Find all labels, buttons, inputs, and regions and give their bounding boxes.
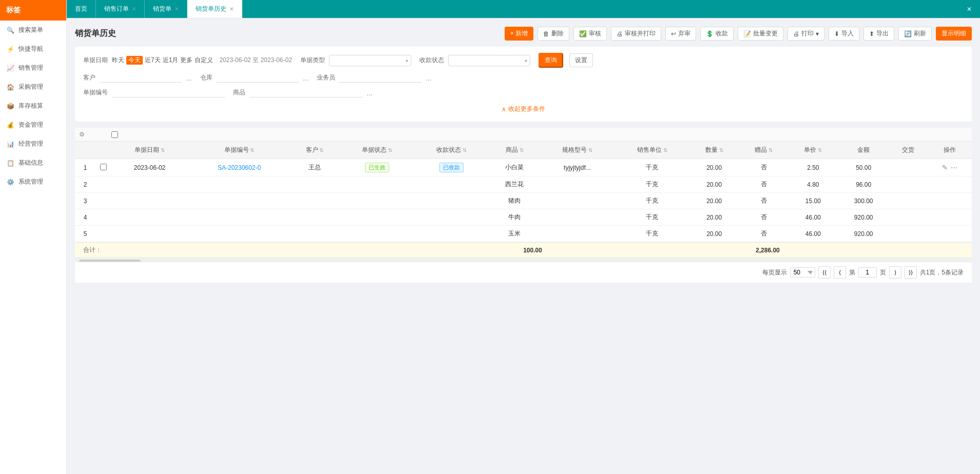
- pay-status-select[interactable]: [448, 55, 530, 66]
- cell-pay-status: [414, 209, 489, 226]
- review-print-button[interactable]: 🖨 审核并打印: [611, 27, 661, 41]
- col-price[interactable]: 单价: [789, 142, 838, 159]
- import-button[interactable]: ⬇ 导入: [829, 27, 859, 41]
- col-order-status[interactable]: 单据状态: [339, 142, 414, 159]
- pagination: 每页显示 20 50 100 ⟨⟨ ⟨ 第 页 ⟩ ⟩⟩ 共1页，5条记录: [75, 262, 972, 283]
- shortcut-custom[interactable]: 自定义: [195, 56, 213, 65]
- sidebar-item-inventory[interactable]: 📦 库存核算: [0, 96, 66, 115]
- goods-picker-icon[interactable]: ...: [367, 89, 373, 97]
- cell-unit: 千克: [614, 176, 689, 193]
- abandon-icon: ↩: [671, 30, 676, 37]
- delete-button[interactable]: 🗑 删除: [537, 27, 569, 41]
- review-print-icon: 🖨: [617, 30, 623, 37]
- filter-row-1: 单据日期 昨天 今天 近7天 近1月 更多 自定义 2023-06-02 至 2…: [83, 53, 964, 68]
- col-action: 操作: [927, 142, 972, 159]
- cell-spec: [540, 209, 615, 226]
- sidebar-item-ops-mgmt[interactable]: 📊 经营管理: [0, 134, 66, 153]
- show-detail-button[interactable]: 显示明细: [936, 27, 972, 41]
- warehouse-picker-icon[interactable]: ...: [303, 74, 309, 82]
- col-gift[interactable]: 赠品: [739, 142, 788, 159]
- shortcut-more[interactable]: 更多: [180, 56, 193, 65]
- collect-button[interactable]: 💲 收款: [700, 27, 734, 41]
- col-order-no[interactable]: 单据编号: [188, 142, 290, 159]
- sidebar-item-finance-mgmt[interactable]: 💰 资金管理: [0, 115, 66, 134]
- cell-order-no: SA-20230602-0: [188, 159, 290, 176]
- order-no-input[interactable]: [112, 88, 225, 97]
- sidebar-item-search-menu[interactable]: 🔍 搜索菜单: [0, 21, 66, 40]
- col-spec[interactable]: 规格型号: [540, 142, 615, 159]
- staff-picker-icon[interactable]: ...: [426, 74, 432, 82]
- cell-spec: [540, 176, 615, 193]
- shortcut-1month[interactable]: 近1月: [163, 56, 179, 65]
- order-no-link[interactable]: SA-20230602-0: [218, 164, 261, 171]
- horizontal-scrollbar[interactable]: [75, 258, 972, 262]
- tab-sales-order[interactable]: 销售订单 ✕: [96, 0, 145, 18]
- col-goods[interactable]: 商品: [489, 142, 540, 159]
- export-button[interactable]: ⬆ 导出: [863, 27, 894, 41]
- type-select[interactable]: [329, 55, 411, 66]
- print-button[interactable]: 🖨 打印 ▾: [787, 27, 824, 41]
- last-page-button[interactable]: ⟩⟩: [905, 266, 917, 279]
- tab-sales-goods[interactable]: 销货单 ✕: [145, 0, 187, 18]
- cell-unit: 千克: [614, 226, 689, 242]
- cell-checkbox: [95, 209, 111, 226]
- next-page-button[interactable]: ⟩: [889, 266, 901, 279]
- settings-button[interactable]: 设置: [569, 53, 593, 67]
- new-button[interactable]: + 新增: [505, 27, 533, 41]
- cell-amount: 920.00: [838, 226, 889, 242]
- toolbar: + 新增 🗑 删除 ✅ 审核 🖨 审核并打印 ↩ 弃审: [505, 27, 972, 41]
- collapse-filter[interactable]: ∧ 收起更多条件: [83, 103, 964, 115]
- first-page-button[interactable]: ⟨⟨: [818, 266, 831, 279]
- refresh-button[interactable]: 🔄 刷新: [898, 27, 932, 41]
- review-button[interactable]: ✅ 审核: [573, 27, 607, 41]
- edit-icon[interactable]: ✎: [942, 164, 948, 171]
- more-icon[interactable]: ⋯: [951, 164, 957, 171]
- query-button[interactable]: 查询: [539, 53, 563, 68]
- page-input[interactable]: [858, 267, 877, 278]
- sidebar-item-sales-mgmt[interactable]: 📈 销售管理: [0, 58, 66, 77]
- select-all-checkbox[interactable]: [111, 131, 118, 138]
- cell-order-no: [188, 193, 290, 209]
- shortcut-today[interactable]: 今天: [126, 56, 143, 65]
- goods-input[interactable]: [249, 88, 362, 97]
- col-date[interactable]: 单据日期: [111, 142, 188, 159]
- close-all-icon[interactable]: ✕: [963, 6, 976, 13]
- cell-date: [111, 193, 188, 209]
- sidebar-item-quick-nav[interactable]: ⚡ 快捷导航: [0, 40, 66, 58]
- sidebar-item-sys-mgmt[interactable]: ⚙️ 系统管理: [0, 172, 66, 191]
- sidebar-item-basic-info[interactable]: 📋 基础信息: [0, 153, 66, 172]
- table-settings-icon[interactable]: ⚙: [79, 131, 85, 138]
- tab-home[interactable]: 首页: [67, 0, 96, 18]
- col-pay-status[interactable]: 收款状态: [414, 142, 489, 159]
- cell-action: [927, 176, 972, 193]
- prev-page-button[interactable]: ⟨: [834, 266, 846, 279]
- total-label: 共1页，5条记录: [920, 268, 964, 277]
- shortcut-yesterday[interactable]: 昨天: [112, 56, 124, 65]
- table-footer: 合计： 100.00 2,286.00: [75, 242, 972, 258]
- tab-close-sales-history[interactable]: ✕: [229, 6, 234, 12]
- tab-sales-history[interactable]: 销货单历史 ✕: [187, 0, 242, 18]
- row-checkbox[interactable]: [100, 164, 107, 170]
- cell-pay-status: [414, 226, 489, 242]
- shortcut-7days[interactable]: 近7天: [145, 56, 161, 65]
- page-size-select[interactable]: 20 50 100: [790, 267, 815, 278]
- date-shortcuts: 昨天 今天 近7天 近1月 更多 自定义: [112, 56, 213, 65]
- tab-bar-end: ✕: [963, 6, 980, 13]
- cell-order-status: 已生效: [339, 159, 414, 176]
- pay-status-badge: 已收款: [439, 163, 464, 172]
- batch-change-button[interactable]: 📝 批量变更: [738, 27, 783, 41]
- warehouse-input[interactable]: [217, 73, 299, 83]
- col-customer[interactable]: 客户: [290, 142, 339, 159]
- abandon-button[interactable]: ↩ 弃审: [665, 27, 696, 41]
- tab-close-sales-order[interactable]: ✕: [132, 6, 136, 12]
- customer-picker-icon[interactable]: ...: [186, 74, 192, 82]
- sidebar-item-purchase-mgmt[interactable]: 🏠 采购管理: [0, 77, 66, 96]
- cell-date: [111, 176, 188, 193]
- staff-input[interactable]: [339, 73, 421, 83]
- col-qty[interactable]: 数量: [689, 142, 739, 159]
- filter-row-3: 单据编号 商品 ...: [83, 88, 964, 97]
- cell-customer: [290, 226, 339, 242]
- customer-input[interactable]: [100, 73, 182, 83]
- col-unit[interactable]: 销售单位: [614, 142, 689, 159]
- tab-close-sales-goods[interactable]: ✕: [175, 6, 179, 12]
